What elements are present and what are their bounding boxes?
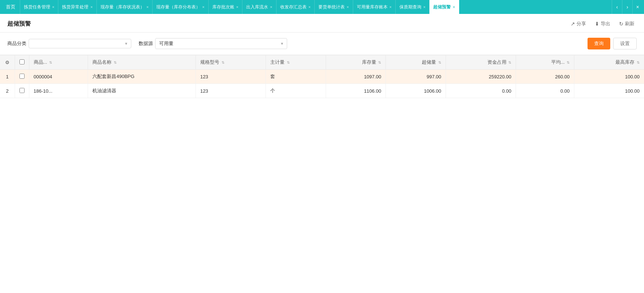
th-checkbox[interactable] (15, 55, 29, 70)
sort-maxstock-icon[interactable]: ⇅ (637, 60, 640, 64)
row-spec: 123 (195, 84, 266, 98)
select-all-checkbox[interactable] (19, 59, 25, 64)
share-icon: ↗ (571, 21, 575, 27)
close-tab-icon[interactable]: × (308, 5, 311, 9)
row-capital: 0.00 (446, 84, 516, 98)
row-code: 186-10... (29, 84, 88, 98)
row-maxstock: 100.00 (574, 84, 644, 98)
th-overstock: 超储量 ⇅ (386, 55, 446, 70)
th-unit: 主计量 ⇅ (266, 55, 326, 70)
row-unit: 个 (266, 84, 326, 98)
export-button[interactable]: ⬇ 导出 (593, 19, 612, 29)
sort-overstock-icon[interactable]: ⇅ (438, 60, 441, 64)
nav-tab-churukuliushui[interactable]: 出入库流水 × (242, 0, 276, 14)
row-overstock: 997.00 (386, 70, 446, 84)
close-tab-icon[interactable]: × (146, 5, 149, 9)
nav-tab-shofacunhuizong[interactable]: 收发存汇总表 × (277, 0, 315, 14)
row-maxstock: 100.00 (574, 70, 644, 84)
row-unit: 套 (266, 70, 326, 84)
sort-capital-icon[interactable]: ⇅ (508, 60, 511, 64)
close-tab-icon[interactable]: × (389, 5, 392, 9)
close-tab-icon[interactable]: × (90, 5, 92, 9)
row-index: 1 (0, 70, 15, 84)
page-title: 超储预警 (7, 20, 31, 28)
row-checkbox-cell[interactable] (15, 84, 29, 98)
nav-tab-xiancunliangzhuangkuang[interactable]: 现存量（库存状况表） × (97, 0, 153, 14)
th-code: 商品... ⇅ (29, 55, 88, 70)
row-spec: 123 (195, 70, 266, 84)
nav-tab-xiancunliangfenbu[interactable]: 现存量（库存分布表） × (153, 0, 208, 14)
nav-tab-keyongliang[interactable]: 可用量库存账本 × (353, 0, 396, 14)
row-code: 0000004 (29, 70, 88, 84)
category-select[interactable]: ▾ (29, 39, 131, 48)
category-dropdown-icon: ▾ (125, 41, 127, 46)
query-button[interactable]: 查询 (588, 38, 610, 49)
nav-tab-jianhuoyichang[interactable]: 拣货异常处理 × (58, 0, 96, 14)
close-tab-icon[interactable]: × (236, 5, 238, 9)
datasource-dropdown-icon: ▾ (281, 41, 283, 46)
row-name: 六配套新昌490BPG (88, 70, 195, 84)
settings-button[interactable]: 设置 (613, 38, 637, 49)
datasource-label: 数据源 (139, 40, 153, 47)
row-stock: 1106.00 (326, 84, 386, 98)
nav-tab-jianhuorenwu[interactable]: 拣货任务管理 × (20, 0, 58, 14)
row-avg: 260.00 (516, 70, 574, 84)
filter-row: 商品分类 ▾ 数据源 可用量 ▾ 查询 设置 (0, 33, 644, 55)
th-spec: 规格型号 ⇅ (195, 55, 266, 70)
export-icon: ⬇ (595, 21, 599, 27)
sort-code-icon[interactable]: ⇅ (49, 60, 52, 64)
row-checkbox-cell[interactable] (15, 70, 29, 84)
th-avg: 平均... ⇅ (516, 55, 574, 70)
refresh-icon: ↻ (619, 21, 623, 27)
nav-tab-baozhiqi[interactable]: 保质期查询 × (396, 0, 429, 14)
category-filter: 商品分类 ▾ (7, 39, 131, 48)
table-header-row: ⚙ 商品... ⇅ 商品名称 ⇅ 规格型号 ⇅ (0, 55, 644, 70)
sort-unit-icon[interactable]: ⇅ (287, 60, 290, 64)
th-maxstock: 最高库存 ⇅ (574, 55, 644, 70)
nav-arrows: ‹ › × (612, 0, 643, 14)
close-tab-icon[interactable]: × (423, 5, 425, 9)
refresh-button[interactable]: ↻ 刷新 (617, 19, 637, 29)
row-checkbox[interactable] (19, 88, 25, 93)
close-tab-icon[interactable]: × (202, 5, 204, 9)
nav-next-button[interactable]: › (622, 0, 632, 14)
close-tab-icon[interactable]: × (347, 5, 349, 9)
datasource-select[interactable]: 可用量 ▾ (155, 38, 287, 49)
page-header: 超储预警 ↗ 分享 ⬇ 导出 ↻ 刷新 (0, 14, 644, 33)
nav-tab-chaochuyujing[interactable]: 超储预警 × (429, 0, 459, 14)
th-name: 商品名称 ⇅ (88, 55, 195, 70)
row-overstock: 1006.00 (386, 84, 446, 98)
sort-name-icon[interactable]: ⇅ (114, 60, 117, 64)
top-nav: 首页 拣货任务管理 × 拣货异常处理 × 现存量（库存状况表） × 现存量（库存… (0, 0, 644, 14)
share-button[interactable]: ↗ 分享 (568, 19, 588, 29)
th-capital: 资金占用 ⇅ (446, 55, 516, 70)
nav-prev-button[interactable]: ‹ (612, 0, 622, 14)
table-row: 2 186-10... 机油滤清器 123 个 1106.00 1006.00 … (0, 84, 644, 98)
sort-stock-icon[interactable]: ⇅ (378, 60, 381, 64)
nav-close-button[interactable]: × (632, 0, 643, 14)
row-stock: 1097.00 (326, 70, 386, 84)
nav-home[interactable]: 首页 (1, 0, 20, 14)
table-container: ⚙ 商品... ⇅ 商品名称 ⇅ 规格型号 ⇅ (0, 55, 644, 98)
th-gear[interactable]: ⚙ (0, 55, 15, 70)
sort-avg-icon[interactable]: ⇅ (567, 60, 570, 64)
close-tab-active-icon[interactable]: × (453, 5, 455, 9)
close-tab-icon[interactable]: × (52, 5, 54, 9)
nav-tab-yaohuo[interactable]: 要货单统计表 × (315, 0, 353, 14)
header-actions: ↗ 分享 ⬇ 导出 ↻ 刷新 (568, 19, 637, 29)
close-tab-icon[interactable]: × (270, 5, 272, 9)
row-name: 机油滤清器 (88, 84, 195, 98)
table-row: 1 0000004 六配套新昌490BPG 123 套 1097.00 997.… (0, 70, 644, 84)
row-capital: 259220.00 (446, 70, 516, 84)
row-index: 2 (0, 84, 15, 98)
filter-buttons: 查询 设置 (588, 38, 637, 49)
page-container: 超储预警 ↗ 分享 ⬇ 导出 ↻ 刷新 商品分类 ▾ 数据源 (0, 14, 644, 293)
category-label: 商品分类 (7, 40, 26, 47)
table-body: 1 0000004 六配套新昌490BPG 123 套 1097.00 997.… (0, 70, 644, 98)
datasource-select-value: 可用量 (159, 40, 173, 47)
datasource-filter: 数据源 可用量 ▾ (139, 38, 287, 49)
row-checkbox[interactable] (19, 74, 25, 79)
data-table: ⚙ 商品... ⇅ 商品名称 ⇅ 规格型号 ⇅ (0, 55, 644, 98)
nav-tab-kucunpici[interactable]: 库存批次账 × (209, 0, 242, 14)
sort-spec-icon[interactable]: ⇅ (222, 60, 224, 64)
